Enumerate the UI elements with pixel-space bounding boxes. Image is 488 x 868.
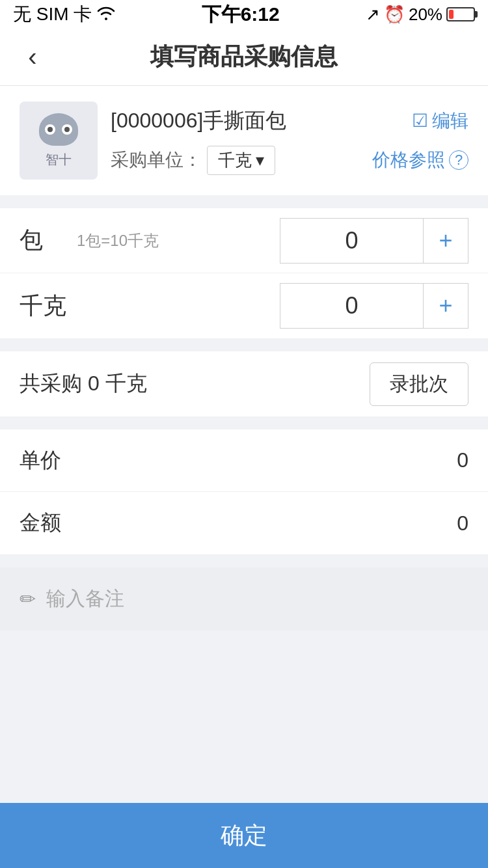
- wifi-icon: [97, 4, 115, 25]
- status-right: ↗ ⏰ 20%: [366, 5, 475, 25]
- owl-label: 智十: [46, 151, 72, 169]
- plus-icon-bao: +: [439, 227, 452, 254]
- divider-1: [0, 195, 488, 208]
- price-row-amount: 金额 0: [0, 492, 488, 554]
- qty-input-wrap-bao: 0 +: [280, 218, 468, 264]
- qty-sublabel-bao: 1包=10千克: [77, 230, 159, 251]
- edit-button[interactable]: ☑ 编辑: [412, 109, 468, 133]
- sim-label: 无 SIM 卡: [13, 2, 92, 27]
- battery-percent: 20%: [409, 5, 442, 25]
- status-time: 下午6:12: [202, 1, 280, 28]
- confirm-button[interactable]: 确定: [0, 803, 488, 868]
- amount-value: 0: [457, 511, 468, 536]
- status-left: 无 SIM 卡: [13, 2, 115, 27]
- unit-label: 采购单位： 千克 ▾: [111, 146, 275, 175]
- status-bar: 无 SIM 卡 下午6:12 ↗ ⏰ 20%: [0, 0, 488, 29]
- divider-3: [0, 416, 488, 429]
- unit-price-value: 0: [457, 448, 468, 472]
- qty-plus-kg[interactable]: +: [423, 283, 468, 329]
- help-icon: ?: [449, 150, 468, 170]
- qty-label-kg: 千克: [20, 290, 72, 322]
- qty-row-kg: 千克 0 +: [0, 273, 488, 338]
- product-name-row: [0000006]手撕面包 ☑ 编辑: [111, 107, 468, 135]
- total-section: 共采购 0 千克 录批次: [0, 351, 488, 416]
- price-ref-button[interactable]: 价格参照 ?: [372, 148, 468, 172]
- qty-input-bao[interactable]: 0: [280, 218, 423, 264]
- unit-row: 采购单位： 千克 ▾ 价格参照 ?: [111, 146, 468, 175]
- notes-section[interactable]: ✏ 输入备注: [0, 567, 488, 631]
- content-spacer: [0, 631, 488, 813]
- product-card: 智十 [0000006]手撕面包 ☑ 编辑 采购单位： 千克 ▾: [0, 86, 488, 195]
- back-button[interactable]: ‹: [13, 38, 52, 77]
- nav-bar: ‹ 填写商品采购信息: [0, 29, 488, 86]
- page-title: 填写商品采购信息: [150, 41, 338, 73]
- page-wrapper: 无 SIM 卡 下午6:12 ↗ ⏰ 20% ‹ 填写商品采购信息: [0, 0, 488, 868]
- plus-icon-kg: +: [439, 292, 452, 319]
- unit-price-label: 单价: [20, 446, 61, 475]
- qty-label-bao: 包: [20, 224, 72, 256]
- price-section: 单价 0 金额 0: [0, 429, 488, 554]
- product-info: [0000006]手撕面包 ☑ 编辑 采购单位： 千克 ▾ 价格参照 ?: [111, 107, 468, 175]
- product-full-name: [0000006]手撕面包: [111, 107, 286, 135]
- record-batch-button[interactable]: 录批次: [370, 362, 468, 406]
- qty-input-wrap-kg: 0 +: [280, 283, 468, 329]
- battery-icon: [446, 7, 475, 21]
- amount-label: 金额: [20, 509, 61, 537]
- edit-label: 编辑: [432, 109, 468, 133]
- qty-plus-bao[interactable]: +: [423, 218, 468, 264]
- alarm-icon: ⏰: [384, 5, 405, 25]
- notes-placeholder: 输入备注: [46, 586, 124, 612]
- location-icon: ↗: [366, 5, 380, 25]
- total-label: 共采购 0 千克: [20, 370, 147, 398]
- qty-row-bao: 包 1包=10千克 0 +: [0, 208, 488, 273]
- price-row-unit: 单价 0: [0, 429, 488, 492]
- unit-select[interactable]: 千克 ▾: [207, 146, 275, 175]
- product-logo: 智十: [39, 113, 78, 169]
- product-image: 智十: [20, 102, 98, 180]
- dropdown-icon: ▾: [256, 150, 264, 170]
- back-chevron-icon: ‹: [28, 42, 36, 72]
- divider-2: [0, 338, 488, 351]
- pencil-icon: ✏: [20, 588, 36, 610]
- quantity-section: 包 1包=10千克 0 + 千克 0 +: [0, 208, 488, 338]
- edit-icon: ☑: [412, 110, 428, 131]
- qty-input-kg[interactable]: 0: [280, 283, 423, 329]
